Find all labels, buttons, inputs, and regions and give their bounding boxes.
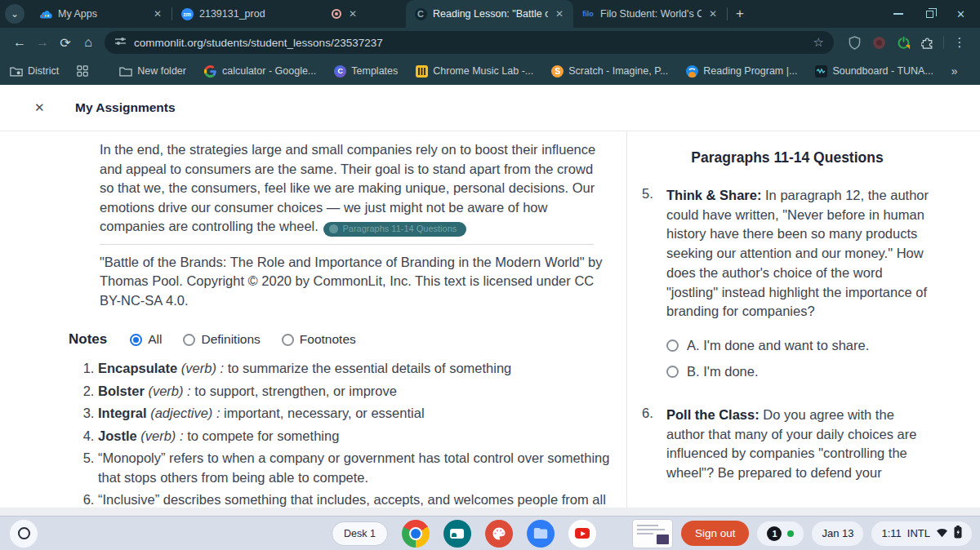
notification-badge: 1 <box>767 526 782 541</box>
radio-icon[interactable] <box>183 334 195 346</box>
close-window-icon[interactable]: ✕ <box>956 8 965 20</box>
tab-search-button[interactable]: ⌄ <box>5 4 24 24</box>
tab-my-apps[interactable]: My Apps ✕ <box>31 0 172 28</box>
bookmark-label: Reading Program |... <box>703 65 797 77</box>
radio-icon[interactable] <box>666 339 679 352</box>
question-text: Poll the Class: Do you agree with the au… <box>666 406 933 483</box>
chromeos-shelf: Desk 1 Sign out 1 Jan 13 1:11 INT <box>0 516 980 550</box>
zoom-icon: zm <box>180 7 194 20</box>
window-preview-thumbnail[interactable] <box>632 519 673 548</box>
tab-zoom[interactable]: zm 2139131_prod ✕ <box>172 0 367 28</box>
close-icon[interactable]: ✕ <box>554 8 565 20</box>
info-dot-icon <box>329 224 338 233</box>
filter-all[interactable]: All <box>130 332 162 347</box>
filo-icon: filo <box>581 7 595 20</box>
music-lab-icon <box>416 65 428 78</box>
radio-selected-icon[interactable] <box>130 334 142 346</box>
note-term: Bolster <box>98 384 145 398</box>
notes-filters: All Definitions Footnotes <box>130 332 356 347</box>
extension-adblock-icon[interactable] <box>866 37 891 49</box>
questions-title: Paragraphs 11-14 Questions <box>642 149 933 166</box>
bookmarks-overflow-button[interactable]: » <box>951 64 958 78</box>
bookmark-templates[interactable]: C Templates <box>334 65 398 78</box>
window-controls: ✕ <box>893 8 980 20</box>
lesson-header: ✕ My Assignments <box>0 85 980 131</box>
screencast-icon[interactable] <box>443 520 471 548</box>
question-label: Poll the Class: <box>666 407 760 422</box>
filter-label: Footnotes <box>300 332 356 347</box>
kebab-menu-icon[interactable]: ⋮ <box>947 35 972 50</box>
question-text: Think & Share: In paragraph 12, the auth… <box>666 186 933 322</box>
forward-icon[interactable]: → <box>31 35 54 50</box>
puzzle-icon[interactable] <box>915 36 940 49</box>
bookmark-star-icon[interactable]: ☆ <box>813 35 824 50</box>
site-info-icon[interactable] <box>114 35 127 50</box>
tab-filo[interactable]: filo Filo Student: World's Only Live ✕ <box>573 0 727 28</box>
sign-out-button[interactable]: Sign out <box>681 521 750 546</box>
close-icon[interactable]: ✕ <box>152 8 163 20</box>
bookmarks-bar: District New folder calculator - Google.… <box>0 57 980 85</box>
clock-label: 1:11 <box>881 527 901 539</box>
files-icon[interactable] <box>527 520 555 548</box>
chrome-icon[interactable] <box>402 520 430 548</box>
recording-indicator-icon <box>332 9 341 19</box>
close-lesson-icon[interactable]: ✕ <box>34 100 47 115</box>
desk-button[interactable]: Desk 1 <box>332 521 388 546</box>
extension-power-icon[interactable] <box>891 36 915 50</box>
new-tab-button[interactable]: + <box>736 6 744 22</box>
note-term: Encapsulate <box>98 361 177 375</box>
shield-icon[interactable] <box>842 36 866 50</box>
bookmark-scratch[interactable]: S Scratch - Imagine, P... <box>551 65 668 78</box>
question-label: Think & Share: <box>666 188 761 202</box>
radio-icon[interactable] <box>282 334 294 346</box>
bookmark-label: District <box>28 65 59 77</box>
note-def: to compete for something <box>187 428 339 443</box>
date-label: Jan 13 <box>822 527 853 539</box>
note-term: Integral <box>98 406 147 420</box>
questions-pane: Paragraphs 11-14 Questions 5. Think & Sh… <box>627 131 980 508</box>
lesson-content: In the end, the strategies large and sma… <box>0 131 980 508</box>
note-pos: (verb) : <box>140 428 183 443</box>
question-number: 6. <box>642 406 666 483</box>
radio-icon[interactable] <box>666 366 679 378</box>
address-bar[interactable]: commonlit.org/students/student_lessons/2… <box>105 31 834 54</box>
notes-toolbar: Notes All Definitions Footnotes <box>69 331 610 348</box>
minimize-icon[interactable] <box>893 13 903 15</box>
bookmark-calculator[interactable]: calculator - Google... <box>204 64 316 78</box>
notification-pill[interactable]: 1 <box>757 521 804 546</box>
close-icon[interactable]: ✕ <box>707 8 719 20</box>
canvas-icon[interactable] <box>485 520 513 548</box>
filter-definitions[interactable]: Definitions <box>183 332 260 347</box>
launcher-icon[interactable] <box>10 520 38 548</box>
option-b[interactable]: B. I'm done. <box>666 364 933 379</box>
note-pos: (verb) : <box>148 384 190 398</box>
tab-reading-lesson-active[interactable]: C Reading Lesson: "Battle of the B ✕ <box>406 0 573 28</box>
note-item: Bolster (verb) : to support, strengthen,… <box>98 382 610 401</box>
youtube-icon[interactable] <box>568 520 596 548</box>
note-item: “Monopoly” refers to when a company or g… <box>98 449 610 487</box>
note-def: “Monopoly” refers to when a company or g… <box>98 450 609 485</box>
bookmark-new-folder[interactable]: New folder <box>119 64 186 78</box>
templates-c-icon: C <box>334 65 346 78</box>
bookmark-soundboard[interactable]: Soundboard - TUNA... <box>815 65 933 78</box>
reload-icon[interactable]: ⟳ <box>54 35 77 51</box>
bookmark-music-lab[interactable]: Chrome Music Lab -... <box>416 65 533 78</box>
url-text: commonlit.org/students/student_lessons/2… <box>134 37 383 49</box>
bookmark-label: Soundboard - TUNA... <box>832 65 933 77</box>
home-icon[interactable]: ⌂ <box>77 35 100 50</box>
bookmark-district-folder[interactable]: District <box>10 64 59 78</box>
option-a[interactable]: A. I'm done and want to share. <box>666 338 933 353</box>
commonlit-icon: C <box>414 7 427 20</box>
back-icon[interactable]: ← <box>8 35 31 50</box>
article-paragraph: In the end, the strategies large and sma… <box>100 140 610 237</box>
filter-footnotes[interactable]: Footnotes <box>282 332 356 347</box>
date-pill[interactable]: Jan 13 <box>812 521 863 546</box>
note-def: to summarize the essential details of so… <box>228 361 512 375</box>
close-icon[interactable]: ✕ <box>347 8 359 20</box>
google-g-icon <box>204 64 217 78</box>
question-badge[interactable]: Paragraphs 11-14 Questions <box>323 222 466 237</box>
apps-grid-icon[interactable] <box>77 65 88 77</box>
restore-icon[interactable] <box>926 11 933 18</box>
bookmark-reading-program[interactable]: Reading Program |... <box>686 65 797 78</box>
status-tray[interactable]: 1:11 INTL <box>871 521 972 546</box>
